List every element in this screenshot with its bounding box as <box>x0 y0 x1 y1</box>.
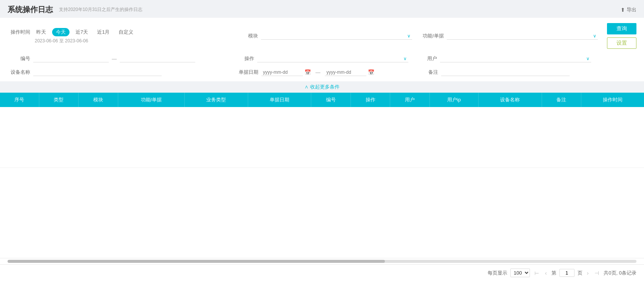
export-icon: ⬆ <box>621 7 625 13</box>
page-unit: 页 <box>578 270 582 276</box>
func-select-text <box>447 35 593 37</box>
per-page-select[interactable]: 100 50 200 <box>510 269 530 277</box>
func-label: 功能/单据 <box>417 33 444 39</box>
query-button[interactable]: 查询 <box>607 23 636 34</box>
table-col-用户: 用户 <box>390 93 429 107</box>
time-btn-7days[interactable]: 近7天 <box>73 28 91 36</box>
code-dash: — <box>112 56 117 62</box>
voucher-date-label: 单据日期 <box>232 69 258 76</box>
page-input[interactable] <box>559 269 575 277</box>
export-button[interactable]: ⬆ 导出 <box>621 6 636 13</box>
time-btn-yesterday[interactable]: 昨天 <box>33 28 49 36</box>
table-col-备注: 备注 <box>542 93 581 107</box>
page-label: 第 <box>551 270 556 276</box>
table-header: 序号类型模块功能/单据业务类型单据日期编号操作用户用户ip设备名称备注操作时间 <box>0 93 644 107</box>
module-label: 模块 <box>235 33 258 39</box>
data-table: 序号类型模块功能/单据业务类型单据日期编号操作用户用户ip设备名称备注操作时间 <box>0 93 644 258</box>
next-page-button[interactable]: › <box>585 269 590 277</box>
table-col-类型: 类型 <box>39 93 78 107</box>
remark-input[interactable] <box>441 68 570 76</box>
prev-page-button[interactable]: ‹ <box>544 269 548 277</box>
op-select[interactable]: ∨ <box>257 55 408 62</box>
table-col-序号: 序号 <box>0 93 39 107</box>
remark-label: 备注 <box>412 69 438 76</box>
time-btn-custom[interactable]: 自定义 <box>116 28 136 36</box>
op-chevron-icon: ∨ <box>403 56 407 61</box>
collapse-up-icon: ∧ <box>304 84 310 90</box>
module-select-text <box>261 35 407 37</box>
code-end-input[interactable] <box>120 55 195 62</box>
code-label: 编号 <box>8 55 30 62</box>
page-title: 系统操作日志 <box>8 5 53 15</box>
table-col-操作时间: 操作时间 <box>581 93 644 107</box>
scrollbar-area <box>0 258 644 264</box>
settings-button[interactable]: 设置 <box>607 37 636 49</box>
scrollbar-thumb <box>8 260 385 263</box>
table-col-操作: 操作 <box>351 93 390 107</box>
empty-state <box>0 107 644 168</box>
op-select-text <box>257 58 403 59</box>
page-subtitle: 支持2020年10月31日之后产生的操作日志 <box>59 6 142 13</box>
module-select[interactable]: ∨ <box>261 33 412 40</box>
func-select[interactable]: ∨ <box>447 33 598 40</box>
horizontal-scrollbar[interactable] <box>8 260 636 263</box>
table-col-设备名称: 设备名称 <box>478 93 542 107</box>
pagination: 每页显示 100 50 200 ⊢ ‹ 第 页 › ⊣ 共0页, 0条记录 <box>0 264 644 281</box>
func-chevron-icon: ∨ <box>593 33 596 39</box>
time-btn-today[interactable]: 今天 <box>52 28 69 36</box>
time-label: 操作时间 <box>8 29 30 36</box>
total-label: 共0页, 0条记录 <box>604 270 636 276</box>
first-page-button[interactable]: ⊢ <box>533 269 541 277</box>
per-page-label: 每页显示 <box>488 270 507 276</box>
collapse-bar[interactable]: ∧ 收起更多条件 <box>0 81 644 93</box>
code-start-input[interactable] <box>33 55 109 62</box>
table-body <box>0 107 644 168</box>
user-select-text <box>440 58 586 59</box>
user-select[interactable]: ∨ <box>440 55 591 62</box>
date-start-input[interactable] <box>261 69 303 76</box>
date-end-input[interactable] <box>325 69 366 76</box>
table-col-用户ip: 用户ip <box>429 93 478 107</box>
table-col-业务类型: 业务类型 <box>185 93 248 107</box>
table-col-功能/单据: 功能/单据 <box>118 93 184 107</box>
date-dash: — <box>315 70 320 75</box>
calendar-end-icon[interactable]: 📅 <box>368 69 374 75</box>
table-col-单据日期: 单据日期 <box>248 93 311 107</box>
time-range: 2023-06-06 至 2023-06-06 <box>35 38 88 43</box>
last-page-button[interactable]: ⊣ <box>593 269 601 277</box>
op-label: 操作 <box>232 55 254 62</box>
time-btn-1month[interactable]: 近1月 <box>94 28 113 36</box>
calendar-start-icon[interactable]: 📅 <box>304 69 311 75</box>
module-chevron-icon: ∨ <box>407 33 411 39</box>
device-input[interactable] <box>33 68 162 76</box>
user-chevron-icon: ∨ <box>586 56 590 61</box>
user-label: 用户 <box>411 55 437 62</box>
table-col-编号: 编号 <box>311 93 351 107</box>
collapse-button[interactable]: ∧ 收起更多条件 <box>304 84 340 90</box>
table-col-模块: 模块 <box>79 93 118 107</box>
device-label: 设备名称 <box>8 69 30 76</box>
export-label: 导出 <box>627 6 636 13</box>
collapse-label: 收起更多条件 <box>310 84 340 90</box>
